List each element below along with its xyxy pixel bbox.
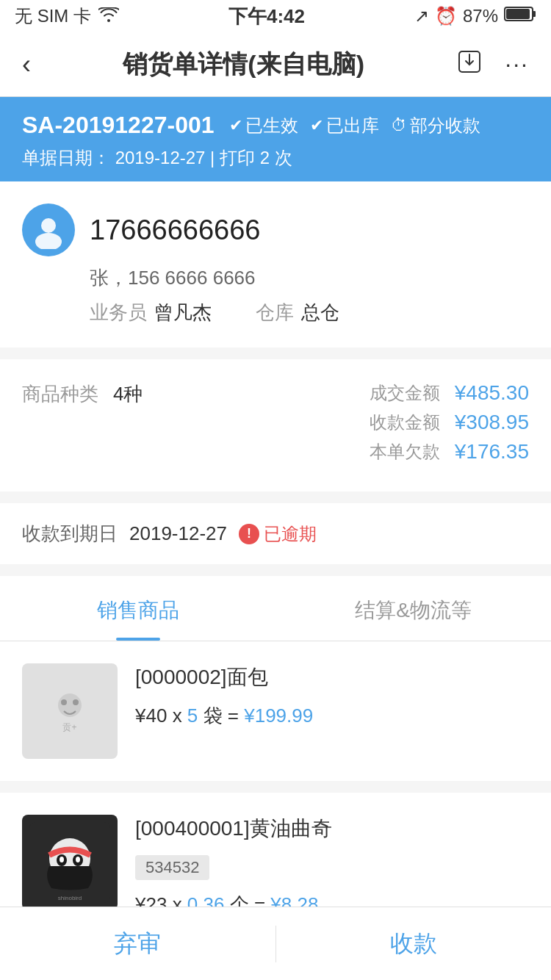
- sim-label: 无 SIM 卡: [15, 4, 91, 28]
- wifi-icon: [98, 6, 119, 26]
- svg-point-7: [61, 699, 67, 705]
- debt-label: 本单欠款: [370, 440, 440, 464]
- due-section: 收款到期日 2019-12-27 ! 已逾期: [0, 503, 551, 564]
- status-time: 下午4:42: [228, 4, 305, 29]
- warehouse-label: 仓库: [256, 300, 294, 325]
- customer-phone: 17666666666: [90, 215, 260, 246]
- overdue-badge: ! 已逾期: [239, 522, 317, 546]
- avatar: [22, 203, 75, 256]
- svg-rect-1: [506, 9, 530, 19]
- svg-point-4: [41, 218, 56, 233]
- alarm-icon: ⏰: [435, 6, 457, 26]
- check-icon-1: ✔: [229, 116, 242, 135]
- confirm-button[interactable]: 收款: [276, 907, 552, 980]
- tabs-section: 销售商品 结算&物流等: [0, 576, 551, 641]
- customer-meta: 业务员 曾凡杰 仓库 总仓: [22, 300, 529, 325]
- sales-person: 曾凡杰: [154, 300, 212, 325]
- badge-shipped: ✔ 已出库: [310, 114, 379, 137]
- nav-bar: ‹ 销货单详情(来自电脑) ···: [0, 32, 551, 97]
- banner-date: 单据日期： 2019-12-27 | 打印 2 次: [22, 146, 529, 170]
- nav-actions: ···: [456, 48, 529, 80]
- due-date: 2019-12-27: [129, 522, 227, 545]
- trading-amount-label: 成交金额: [370, 381, 440, 405]
- battery-label: 87%: [463, 6, 498, 26]
- customer-section: 17666666666 张，156 6666 6666 业务员 曾凡杰 仓库 总…: [0, 181, 551, 347]
- page-title: 销货单详情(来自电脑): [123, 48, 364, 82]
- debt-amount: ¥176.35: [455, 440, 529, 464]
- tab-settlement[interactable]: 结算&物流等: [276, 576, 551, 641]
- back-button[interactable]: ‹: [22, 49, 31, 80]
- product-tag-2: 534532: [135, 855, 209, 880]
- product-name-2: [000400001]黄油曲奇: [135, 815, 529, 843]
- product-thumb-2: shinobird: [22, 815, 118, 910]
- svg-point-14: [60, 857, 64, 862]
- bottom-bar: 弃审 收款: [0, 907, 551, 980]
- product-info-1: [0000002]面包 ¥40 x 5 袋 = ¥199.99: [135, 663, 529, 729]
- product-total-1: ¥199.99: [244, 705, 313, 727]
- share-icon[interactable]: [456, 48, 483, 80]
- products-section: 贡+ [0000002]面包 ¥40 x 5 袋 = ¥199.99: [0, 641, 551, 940]
- badge-effective: ✔ 已生效: [229, 114, 298, 137]
- product-info-2: [000400001]黄油曲奇 534532 ¥23 x 0.36 个 = ¥8…: [135, 815, 529, 918]
- tab-products[interactable]: 销售商品: [0, 576, 276, 641]
- check-icon-2: ✔: [310, 116, 323, 135]
- product-qty-1: 5: [187, 705, 198, 727]
- received-amount: ¥308.95: [455, 411, 529, 434]
- trading-amount: ¥485.30: [455, 381, 529, 405]
- svg-rect-2: [533, 11, 536, 17]
- status-bar: 无 SIM 卡 下午4:42 ↗ ⏰ 87%: [0, 0, 551, 32]
- received-label: 收款金额: [370, 411, 440, 434]
- summary-right: 成交金额 ¥485.30 收款金额 ¥308.95 本单欠款 ¥176.35: [370, 381, 529, 469]
- product-thumb-1: 贡+: [22, 663, 118, 759]
- overdue-text: 已逾期: [264, 522, 317, 546]
- svg-point-8: [73, 699, 79, 705]
- due-label: 收款到期日: [22, 521, 118, 547]
- battery-icon: [504, 6, 536, 26]
- svg-text:贡+: 贡+: [62, 722, 76, 732]
- location-icon: ↗: [414, 6, 429, 26]
- summary-section: 商品种类 4种 成交金额 ¥485.30 收款金额 ¥308.95 本单欠款 ¥…: [0, 359, 551, 491]
- badge-partial: ⏱ 部分收款: [391, 114, 480, 137]
- status-right: ↗ ⏰ 87%: [414, 6, 536, 26]
- overdue-icon: !: [239, 524, 259, 544]
- cancel-button[interactable]: 弃审: [0, 907, 276, 980]
- header-banner: SA-20191227-001 ✔ 已生效 ✔ 已出库 ⏱ 部分收款 单据日期：…: [0, 97, 551, 181]
- product-price-1: ¥40 x 5 袋 = ¥199.99: [135, 703, 529, 729]
- product-type-label: 商品种类: [22, 381, 98, 407]
- warehouse-value: 总仓: [301, 300, 339, 325]
- product-count: 4种: [113, 381, 143, 407]
- clock-icon: ⏱: [391, 116, 407, 135]
- sales-label: 业务员: [90, 300, 147, 325]
- more-icon[interactable]: ···: [505, 51, 529, 78]
- svg-point-15: [76, 857, 80, 862]
- customer-name: 张，156 6666 6666: [22, 265, 529, 291]
- svg-point-5: [35, 233, 62, 249]
- summary-left: 商品种类 4种: [22, 381, 143, 411]
- svg-text:shinobird: shinobird: [58, 895, 82, 901]
- product-item: 贡+ [0000002]面包 ¥40 x 5 袋 = ¥199.99: [0, 641, 551, 781]
- order-id: SA-20191227-001: [22, 112, 215, 139]
- product-name-1: [0000002]面包: [135, 663, 529, 691]
- status-left: 无 SIM 卡: [15, 4, 119, 28]
